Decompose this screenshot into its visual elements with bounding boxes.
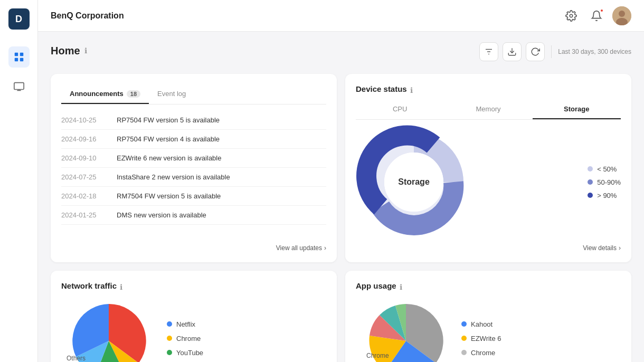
announcement-item: 2024-07-25InstaShare 2 new version is av… bbox=[61, 168, 326, 187]
network-traffic-card: Network traffic ℹ bbox=[51, 271, 337, 362]
sidebar-nav bbox=[8, 46, 30, 97]
legend-item: < 50% bbox=[588, 165, 621, 173]
announcement-text: InstaShare 2 new version is available bbox=[117, 173, 230, 181]
app-usage-title: App usage bbox=[356, 281, 396, 290]
announcement-item: 2024-09-16RP7504 FW version 4 is availab… bbox=[61, 130, 326, 149]
cards-row: Announcements 18 Event log 2024-10-25RP7… bbox=[51, 74, 631, 262]
legend-dot bbox=[167, 336, 172, 341]
legend-item: Chrome bbox=[167, 335, 203, 342]
announcement-item: 2024-01-25DMS new version is available bbox=[61, 206, 326, 225]
announcement-text: DMS new version is available bbox=[117, 211, 206, 219]
tab-announcements[interactable]: Announcements 18 bbox=[61, 84, 149, 104]
legend-label: Chrome bbox=[471, 349, 495, 357]
tab-event-log[interactable]: Event log bbox=[149, 84, 194, 104]
view-details-link[interactable]: View details › bbox=[583, 244, 621, 252]
announcement-date: 2024-02-18 bbox=[61, 192, 106, 200]
announcement-item: 2024-09-10EZWrite 6 new version is avail… bbox=[61, 149, 326, 168]
header-controls: Last 30 days, 300 devices bbox=[479, 42, 631, 61]
legend-item: > 90% bbox=[588, 192, 621, 199]
announcement-tabs: Announcements 18 Event log bbox=[61, 84, 326, 104]
announcement-text: RM7504 FW version 5 is available bbox=[117, 192, 221, 200]
app-usage-chart-row: Chrome KahootEZWrite 6Chrome bbox=[356, 299, 621, 362]
page-header-row: Home ℹ Last 30 days, 300 devices bbox=[51, 42, 631, 61]
announcement-date: 2024-07-25 bbox=[61, 173, 106, 181]
device-status-tabs: CPU Memory Storage bbox=[356, 100, 621, 120]
network-pie: Others Netflix bbox=[61, 299, 156, 362]
refresh-button[interactable] bbox=[526, 42, 545, 61]
network-info-icon: ℹ bbox=[120, 283, 122, 291]
legend-label: Netflix bbox=[176, 320, 195, 328]
legend-dot bbox=[588, 193, 593, 198]
app-usage-info-icon: ℹ bbox=[400, 283, 402, 291]
tab-storage[interactable]: Storage bbox=[533, 100, 621, 119]
announcement-text: RP7504 FW version 5 is available bbox=[117, 116, 220, 124]
donut-center-label: Storage bbox=[398, 177, 430, 187]
sidebar: D bbox=[0, 0, 38, 362]
divider bbox=[551, 45, 552, 58]
tab-memory[interactable]: Memory bbox=[444, 100, 532, 119]
legend-item: EZWrite 6 bbox=[461, 335, 501, 342]
announcement-date: 2024-01-25 bbox=[61, 211, 106, 219]
svg-rect-2 bbox=[14, 58, 17, 61]
content: Home ℹ Last 30 days, 300 devices bbox=[38, 32, 644, 362]
legend-dot bbox=[461, 350, 467, 355]
legend-label: Kahoot bbox=[471, 320, 493, 328]
legend-label: > 90% bbox=[597, 192, 617, 199]
svg-rect-3 bbox=[20, 58, 23, 61]
legend-item: Netflix bbox=[167, 320, 203, 328]
main-area: BenQ Corporation Home ℹ bbox=[38, 0, 644, 362]
avatar[interactable] bbox=[612, 6, 631, 25]
announcement-date: 2024-09-16 bbox=[61, 135, 106, 143]
sidebar-item-apps[interactable] bbox=[8, 46, 30, 68]
legend-label: 50-90% bbox=[597, 178, 621, 186]
settings-button[interactable] bbox=[562, 6, 581, 25]
legend-label: < 50% bbox=[597, 165, 617, 173]
company-name: BenQ Corporation bbox=[51, 11, 555, 21]
device-status-info-icon: ℹ bbox=[410, 86, 413, 94]
storage-legend: < 50%50-90%> 90% bbox=[588, 165, 621, 199]
announcements-badge: 18 bbox=[127, 90, 140, 98]
others-label: Others bbox=[67, 355, 86, 362]
tab-cpu[interactable]: CPU bbox=[356, 100, 444, 119]
device-status-title: Device status bbox=[356, 84, 407, 93]
svg-point-5 bbox=[570, 14, 573, 17]
storage-chart-area: Storage < 50%50-90%> 90% bbox=[356, 124, 621, 240]
notifications-button[interactable] bbox=[587, 6, 606, 25]
download-button[interactable] bbox=[503, 42, 522, 61]
logo: D bbox=[8, 8, 30, 30]
svg-rect-4 bbox=[14, 83, 23, 90]
bottom-row: Network traffic ℹ bbox=[51, 271, 631, 362]
legend-item: Chrome bbox=[461, 349, 501, 357]
svg-rect-0 bbox=[14, 53, 17, 56]
legend-dot bbox=[461, 321, 467, 327]
announcement-item: 2024-02-18RM7504 FW version 5 is availab… bbox=[61, 187, 326, 206]
legend-dot bbox=[167, 350, 172, 355]
app-usage-pie: Chrome bbox=[356, 299, 451, 362]
storage-donut: Storage bbox=[356, 124, 472, 240]
announcement-text: EZWrite 6 new version is available bbox=[117, 154, 221, 162]
legend-label: Chrome bbox=[176, 335, 201, 342]
network-legend: NetflixChromeYouTube bbox=[167, 320, 203, 357]
announcements-card: Announcements 18 Event log 2024-10-25RP7… bbox=[51, 74, 337, 262]
legend-label: EZWrite 6 bbox=[471, 335, 501, 342]
view-all-updates[interactable]: View all updates › bbox=[276, 244, 326, 252]
announcement-date: 2024-09-10 bbox=[61, 154, 106, 162]
filter-button[interactable] bbox=[479, 42, 498, 61]
last-info: Last 30 days, 300 devices bbox=[558, 48, 631, 55]
chrome-label: Chrome bbox=[366, 352, 389, 359]
legend-label: YouTube bbox=[176, 349, 203, 357]
legend-dot bbox=[167, 321, 172, 327]
topbar: BenQ Corporation bbox=[38, 0, 644, 32]
announcement-list: 2024-10-25RP7504 FW version 5 is availab… bbox=[61, 111, 326, 238]
announcement-date: 2024-10-25 bbox=[61, 116, 106, 124]
app-usage-legend: KahootEZWrite 6Chrome bbox=[461, 320, 501, 357]
legend-dot bbox=[461, 336, 467, 341]
page-title: Home bbox=[51, 45, 80, 57]
legend-dot bbox=[588, 166, 593, 172]
announcement-text: RP7504 FW version 4 is available bbox=[117, 135, 220, 143]
sidebar-item-monitor[interactable] bbox=[8, 76, 30, 97]
device-status-card: Device status ℹ CPU Memory Storage bbox=[345, 74, 631, 262]
announcement-item: 2024-10-25RP7504 FW version 5 is availab… bbox=[61, 111, 326, 130]
legend-item: Kahoot bbox=[461, 320, 501, 328]
page-header: Home ℹ bbox=[51, 45, 87, 57]
